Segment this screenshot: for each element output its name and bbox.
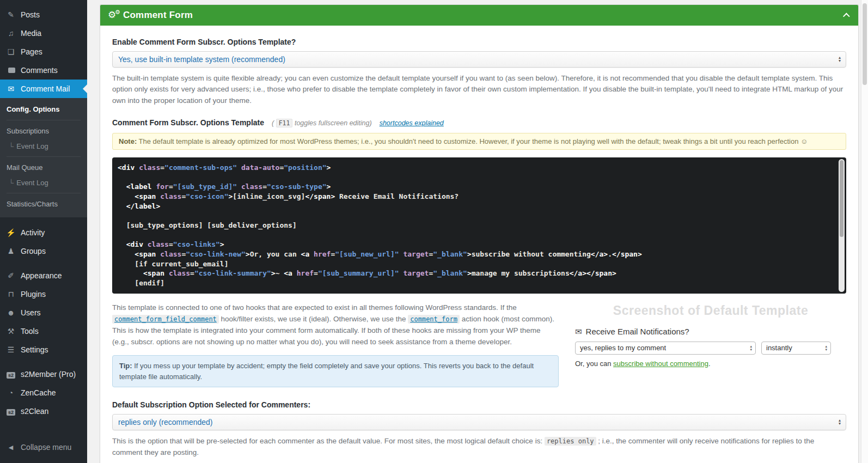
default-subscription-option-select[interactable]: replies only (recommended) ▴▾	[112, 414, 846, 430]
s2clean-logo-icon: s2	[7, 409, 15, 416]
sidebar-item-comments[interactable]: Comments	[0, 61, 87, 80]
note-text: The default template is already optimize…	[137, 137, 808, 145]
submenu-item-config-options[interactable]: Config. Options	[0, 101, 87, 117]
template-heading-row: Comment Form Subscr. Options Template ( …	[112, 118, 846, 127]
sidebar-item-activity-label: Activity	[21, 228, 45, 237]
sidebar-item-appearance[interactable]: ✐ Appearance	[0, 266, 87, 285]
comment-form-panel-header[interactable]: ⚙ ⚙ Comment Form	[100, 5, 858, 26]
sidebar-item-comment-mail[interactable]: ✉ Comment Mail	[0, 80, 87, 98]
sidebar-item-comments-label: Comments	[21, 66, 58, 75]
sidebar-item-groups-label: Groups	[21, 247, 46, 255]
preview-subscription-type-select: yes, replies to my comment ▴▾	[575, 342, 756, 355]
collapse-panel-button[interactable]	[839, 9, 851, 22]
sidebar-item-comment-mail-label: Comment Mail	[21, 84, 70, 93]
panel-body: Enable Comment Form Subscr. Options Temp…	[100, 26, 858, 463]
select-arrows-icon: ▴▾	[825, 345, 827, 351]
comment-form-hook-link[interactable]: comment_form	[408, 315, 460, 324]
pages-icon: ❏	[6, 48, 16, 56]
hooks-description: This template is connected to one of two…	[112, 302, 559, 348]
code-editor-scrollbar-thumb[interactable]	[840, 160, 843, 237]
sidebar-item-appearance-label: Appearance	[21, 271, 62, 280]
sidebar-item-media-label: Media	[21, 29, 41, 38]
submenu-item-mail-queue-event-log[interactable]: └Event Log	[0, 175, 87, 190]
page-scrollbar-thumb[interactable]	[863, 3, 867, 85]
s2member-logo-icon: s2	[7, 372, 15, 379]
preview-receive-notifications-label: ✉ Receive Email Notifications?	[575, 327, 846, 337]
sidebar-item-s2clean-label: s2Clean	[21, 407, 48, 416]
template-code-editor[interactable]: <div class="comment-sub-ops" data-auto="…	[112, 157, 846, 294]
shortcodes-explained-link[interactable]: shortcodes explained	[380, 119, 444, 127]
default-subscription-option-label: Default Subscription Option Selected for…	[112, 400, 846, 409]
sidebar-item-users[interactable]: ☻ Users	[0, 303, 87, 322]
groups-people-icon: ♟	[6, 247, 16, 255]
tree-branch-icon: └	[9, 142, 14, 150]
sidebar-item-s2clean[interactable]: s2 s2Clean	[0, 402, 87, 421]
chevron-up-icon	[843, 13, 850, 20]
preview-delivery-select: instantly ▴▾	[761, 342, 831, 355]
default-template-preview: Screenshot of Default Template ✉ Receive…	[575, 302, 846, 388]
enable-template-select[interactable]: Yes, use built-in template system (recom…	[112, 51, 846, 68]
sidebar-item-posts[interactable]: ✎ Posts	[0, 5, 87, 24]
sidebar-item-users-label: Users	[21, 308, 41, 317]
submenu-item-subscriptions-event-log[interactable]: └Event Log	[0, 139, 87, 154]
sidebar-item-s2member-label: s2Member (Pro)	[21, 370, 76, 379]
fullscreen-hint: ( F11 toggles fullscreen editing)	[272, 119, 372, 127]
sidebar-item-groups[interactable]: ♟ Groups	[0, 242, 87, 260]
envelope-icon: ✉	[6, 85, 16, 93]
sidebar-item-posts-label: Posts	[21, 10, 40, 19]
sidebar-item-settings-label: Settings	[21, 345, 48, 354]
tip-box: Tip: If you mess up your template by acc…	[112, 355, 559, 387]
submenu-separator	[7, 156, 81, 157]
sidebar-item-zencache-label: ZenCache	[21, 388, 56, 397]
preview-watermark-title: Screenshot of Default Template	[575, 303, 846, 318]
sidebar-item-pages-label: Pages	[21, 47, 42, 56]
tree-branch-icon: └	[9, 179, 14, 187]
submenu-item-statistics-charts[interactable]: Statistics/Charts	[0, 196, 87, 212]
sidebar-item-pages[interactable]: ❏ Pages	[0, 42, 87, 61]
main-content: ⚙ ⚙ Comment Form Enable Comment Form Sub…	[87, 0, 868, 463]
sidebar-item-activity[interactable]: ⚡ Activity	[0, 223, 87, 242]
select-arrows-icon: ▴▾	[839, 56, 841, 63]
preview-subscribe-line: Or, you can subscribe without commenting…	[575, 360, 846, 368]
collapse-menu-button[interactable]: ◀ Collapse menu	[0, 438, 87, 456]
appearance-brush-icon: ✐	[6, 272, 16, 279]
sidebar-item-tools-label: Tools	[21, 327, 39, 336]
enable-template-select-value: Yes, use built-in template system (recom…	[118, 55, 285, 64]
plugins-plug-icon: ⊓	[6, 290, 16, 298]
sidebar-item-zencache[interactable]: ◔ ZenCache	[0, 383, 87, 402]
comment-mail-submenu: Config. Options Subscriptions └Event Log…	[0, 98, 87, 217]
pushpin-posts-icon: ✎	[6, 11, 16, 19]
tip-text: If you mess up your template by accident…	[119, 362, 534, 381]
sidebar-item-plugins[interactable]: ⊓ Plugins	[0, 285, 87, 303]
sidebar-item-plugins-label: Plugins	[21, 290, 46, 298]
users-person-icon: ☻	[6, 309, 16, 316]
submenu-item-mail-queue[interactable]: Mail Queue	[0, 160, 87, 175]
enable-template-label: Enable Comment Form Subscr. Options Temp…	[112, 38, 846, 46]
panel-title: Comment Form	[123, 10, 193, 21]
replies-only-code-chip: replies only	[545, 437, 596, 446]
preview-envelope-icon: ✉	[575, 327, 582, 337]
activity-bolt-icon: ⚡	[6, 229, 16, 236]
submenu-separator	[7, 120, 81, 120]
template-code[interactable]: <div class="comment-sub-ops" data-auto="…	[118, 163, 831, 288]
collapse-arrow-icon: ◀	[6, 444, 16, 450]
sidebar-item-tools[interactable]: ⚒ Tools	[0, 322, 87, 340]
template-heading: Comment Form Subscr. Options Template	[112, 118, 264, 127]
sidebar-item-s2member[interactable]: s2 s2Member (Pro)	[0, 365, 87, 383]
comment-form-panel: ⚙ ⚙ Comment Form Enable Comment Form Sub…	[100, 4, 859, 463]
media-icon: ♫	[6, 29, 16, 37]
tip-label: Tip:	[119, 362, 132, 370]
sidebar-item-settings[interactable]: ☰ Settings	[0, 340, 87, 359]
collapse-menu-label: Collapse menu	[21, 443, 71, 452]
comment-form-field-comment-hook-link[interactable]: comment_form_field_comment	[112, 315, 219, 324]
tools-hammer-icon: ⚒	[6, 327, 16, 335]
note-box: Note: The default template is already op…	[112, 133, 846, 150]
settings-sliders-icon: ☰	[6, 346, 16, 354]
page-scrollbar[interactable]	[861, 0, 868, 463]
sidebar-item-media[interactable]: ♫ Media	[0, 24, 87, 42]
below-editor-columns: This template is connected to one of two…	[112, 302, 846, 388]
code-editor-scrollbar[interactable]	[839, 159, 845, 292]
zencache-gauge-icon: ◔	[6, 389, 16, 397]
note-label: Note:	[119, 137, 137, 145]
submenu-item-subscriptions[interactable]: Subscriptions	[0, 123, 87, 139]
